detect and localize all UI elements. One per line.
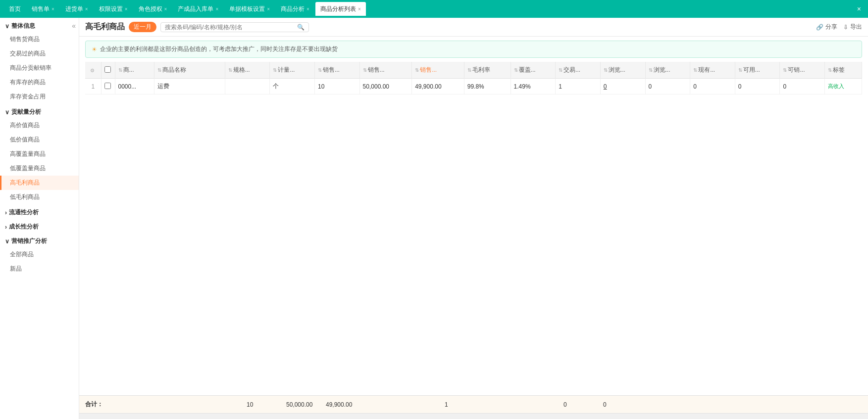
col-browse2[interactable]: ⇅浏览... [645, 62, 690, 79]
close-icon[interactable]: × [267, 6, 270, 12]
table-header-row: ⚙ ⇅商... ⇅商品名称 ⇅规格... ⇅计量... ⇅销售... ⇅销售..… [85, 62, 862, 79]
row-checkbox[interactable] [104, 83, 111, 89]
col-check[interactable] [101, 62, 115, 79]
header-actions: 🔗 分享 ⇩ 导出 [816, 23, 862, 31]
sidebar-item-all-goods[interactable]: 全部商品 [0, 247, 79, 262]
total-cells: 10 50,000.00 49,900.00 1 0 0 [125, 401, 862, 408]
close-icon[interactable]: × [85, 6, 88, 12]
sidebar-item-capital-occupied[interactable]: 库存资金占用 [0, 90, 79, 104]
close-icon[interactable]: × [125, 6, 128, 12]
close-icon[interactable]: × [51, 6, 54, 12]
content-header: 高毛利商品 近一月 🔍 🔗 分享 ⇩ 导出 [79, 18, 868, 37]
total-spacer-3 [481, 401, 521, 408]
main-layout: « ∨ 整体信息 销售货商品 交易过的商品 商品分贡献销率 有库存的商品 库存资… [0, 18, 868, 419]
col-sales-amt[interactable]: ⇅销售... [359, 62, 412, 79]
cell-available: 0 [735, 79, 780, 94]
cell-browse1[interactable]: 0 [600, 79, 645, 94]
cell-gross-margin: 99.8% [464, 79, 511, 94]
nav-tab-analysis-list[interactable]: 商品分析列表 × [315, 2, 366, 16]
sidebar-group-liquidity[interactable]: › 流通性分析 [0, 204, 79, 219]
nav-tab-permissions[interactable]: 权限设置 × [94, 2, 133, 16]
total-spacer-2 [362, 401, 442, 408]
sidebar-item-traded-goods[interactable]: 交易过的商品 [0, 47, 79, 61]
top-nav: 首页 销售单 × 进货单 × 权限设置 × 角色授权 × 产成品入库单 × 单据… [0, 0, 868, 18]
search-box: 🔍 [160, 22, 309, 32]
data-table: ⚙ ⇅商... ⇅商品名称 ⇅规格... ⇅计量... ⇅销售... ⇅销售..… [85, 62, 862, 94]
sidebar-item-low-coverage[interactable]: 低覆盖量商品 [0, 161, 79, 176]
sidebar-item-low-margin[interactable]: 低毛利商品 [0, 190, 79, 204]
sidebar-item-new-goods[interactable]: 新品 [0, 262, 79, 276]
nav-tab-template[interactable]: 单据模板设置 × [224, 2, 275, 16]
col-index: ⚙ [85, 62, 101, 79]
col-spec[interactable]: ⇅规格... [225, 62, 270, 79]
sidebar-group-contribution[interactable]: ∨ 贡献量分析 [0, 104, 79, 118]
close-icon[interactable]: × [164, 6, 167, 12]
table-row: 1 0000... 运费 个 10 50,000.00 49,900.00 99… [85, 79, 862, 94]
cell-tag: 高收入 [825, 79, 862, 94]
col-unit[interactable]: ⇅计量... [270, 62, 315, 79]
export-button[interactable]: ⇩ 导出 [843, 23, 862, 31]
filter-recent-month-button[interactable]: 近一月 [129, 22, 156, 32]
col-tag[interactable]: ⇅标签 [825, 62, 862, 79]
sidebar-group-marketing[interactable]: ∨ 营销推广分析 [0, 233, 79, 247]
sidebar-item-contribution-rate[interactable]: 商品分贡献销率 [0, 61, 79, 75]
col-code[interactable]: ⇅商... [115, 62, 154, 79]
col-sales-qty[interactable]: ⇅销售... [314, 62, 359, 79]
col-stock-now[interactable]: ⇅现有... [690, 62, 735, 79]
total-trade: 1 [442, 401, 481, 408]
sidebar-item-high-coverage[interactable]: 高覆盖量商品 [0, 147, 79, 161]
nav-tab-finished-goods[interactable]: 产成品入库单 × [173, 2, 223, 16]
cell-code: 0000... [115, 79, 154, 94]
sidebar-item-low-value[interactable]: 低价值商品 [0, 133, 79, 147]
close-icon[interactable]: × [306, 6, 309, 12]
search-icon[interactable]: 🔍 [297, 24, 305, 31]
chevron-down-icon: ∨ [5, 109, 9, 116]
col-coverage[interactable]: ⇅覆盖... [511, 62, 556, 79]
total-spacer-4 [521, 401, 561, 408]
nav-tab-analysis[interactable]: 商品分析 × [276, 2, 314, 16]
sidebar-collapse-button[interactable]: « [72, 22, 76, 30]
col-gross-margin[interactable]: ⇅毛利率 [464, 62, 511, 79]
cell-sales-amt: 50,000.00 [359, 79, 412, 94]
total-sales-cost: 49,900.00 [323, 401, 362, 408]
nav-tab-roles[interactable]: 角色授权 × [134, 2, 172, 16]
col-saleable[interactable]: ⇅可销... [780, 62, 825, 79]
col-trade[interactable]: ⇅交易... [556, 62, 601, 79]
col-sales-cost[interactable]: ⇅销售... [412, 62, 464, 79]
nav-tab-home[interactable]: 首页 [4, 2, 26, 16]
total-available: 0 [600, 401, 640, 408]
sidebar-item-sales-goods[interactable]: 销售货商品 [0, 32, 79, 47]
nav-tab-purchase[interactable]: 进货单 × [60, 2, 93, 16]
sidebar-group-growth[interactable]: › 成长性分析 [0, 219, 79, 233]
col-name[interactable]: ⇅商品名称 [154, 62, 225, 79]
data-table-wrapper: ⚙ ⇅商... ⇅商品名称 ⇅规格... ⇅计量... ⇅销售... ⇅销售..… [85, 62, 862, 395]
col-available[interactable]: ⇅可用... [735, 62, 780, 79]
cell-saleable: 0 [780, 79, 825, 94]
total-label: 合计： [85, 400, 125, 409]
content-area: 高毛利商品 近一月 🔍 🔗 分享 ⇩ 导出 ☀ 企业的主要的利润都是这部分商品创… [79, 18, 868, 419]
alert-icon: ☀ [92, 46, 97, 53]
search-input[interactable] [165, 24, 297, 31]
sidebar-item-high-margin[interactable]: 高毛利商品 [0, 176, 79, 190]
cell-index: 1 [85, 79, 101, 94]
nav-close-all-button[interactable]: × [854, 4, 864, 14]
col-browse1[interactable]: ⇅浏览... [600, 62, 645, 79]
close-icon[interactable]: × [358, 6, 361, 12]
cell-coverage: 1.49% [511, 79, 556, 94]
horizontal-scrollbar[interactable] [79, 413, 868, 419]
table-body: 1 0000... 运费 个 10 50,000.00 49,900.00 99… [85, 79, 862, 94]
select-all-checkbox[interactable] [104, 66, 111, 73]
sidebar-group-overall[interactable]: ∨ 整体信息 [0, 18, 79, 32]
share-button[interactable]: 🔗 分享 [816, 23, 837, 31]
nav-tab-sales[interactable]: 销售单 × [27, 2, 59, 16]
cell-sales-cost: 49,900.00 [412, 79, 464, 94]
cell-name[interactable]: 运费 [154, 79, 225, 94]
footer-total-row: 合计： 10 50,000.00 49,900.00 1 0 0 [79, 395, 868, 413]
total-spacer-1 [125, 401, 244, 408]
cell-check[interactable] [101, 79, 115, 94]
sidebar: « ∨ 整体信息 销售货商品 交易过的商品 商品分贡献销率 有库存的商品 库存资… [0, 18, 79, 419]
sidebar-item-in-stock-goods[interactable]: 有库存的商品 [0, 75, 79, 90]
close-icon[interactable]: × [215, 6, 218, 12]
share-icon: 🔗 [816, 24, 823, 31]
sidebar-item-high-value[interactable]: 高价值商品 [0, 118, 79, 133]
